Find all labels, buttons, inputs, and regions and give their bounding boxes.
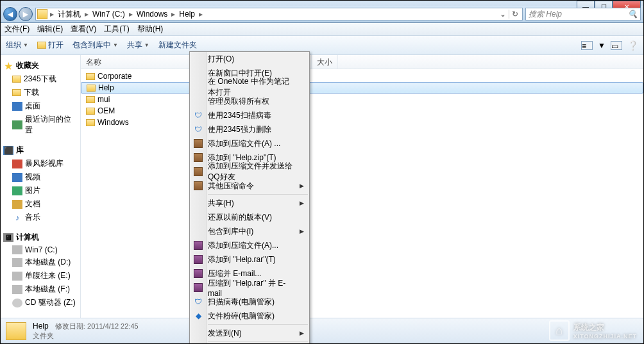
sidebar-item-drive-d[interactable]: 本地磁盘 (D:) bbox=[3, 256, 78, 269]
chevron-right-icon: ▶ bbox=[300, 183, 304, 189]
folder-icon bbox=[86, 119, 95, 126]
sidebar-item-drive-c[interactable]: Win7 (C:) bbox=[3, 244, 78, 256]
tool-include[interactable]: 包含到库中▼ bbox=[72, 40, 118, 51]
sidebar-item-cd[interactable]: CD 驱动器 (Z:) bbox=[3, 296, 78, 309]
sidebar-favorites[interactable]: ★收藏夹 bbox=[3, 59, 78, 72]
file-row[interactable]: Windows bbox=[81, 117, 643, 128]
sidebar-item-drive-f[interactable]: 本地磁盘 (F:) bbox=[3, 283, 78, 296]
rar-icon bbox=[192, 282, 204, 293]
menu-view[interactable]: 查看(V) bbox=[71, 24, 96, 35]
archive-icon bbox=[192, 166, 204, 177]
help-icon[interactable]: ❔ bbox=[627, 40, 638, 51]
file-row[interactable]: OEM bbox=[81, 105, 643, 117]
sidebar-computer[interactable]: 🖥计算机 bbox=[3, 231, 78, 244]
shield-icon: 🛡 bbox=[192, 124, 204, 135]
rar-icon bbox=[192, 268, 204, 279]
search-input[interactable]: 搜索 Help 🔍 bbox=[525, 8, 641, 20]
menu-tools[interactable]: 工具(T) bbox=[104, 24, 129, 35]
tool-share[interactable]: 共享▼ bbox=[127, 40, 149, 51]
crumb-computer[interactable]: 计算机 bbox=[55, 9, 83, 20]
folder-icon bbox=[87, 85, 96, 92]
crumb-windows[interactable]: Windows bbox=[134, 10, 171, 19]
sidebar-item-2345[interactable]: 2345下载 bbox=[3, 72, 78, 86]
folder-icon bbox=[12, 89, 21, 96]
drive-icon bbox=[12, 272, 22, 281]
sidebar-item-recent[interactable]: 最近访问的位置 bbox=[3, 113, 78, 137]
cm-include-lib[interactable]: 包含到库中(I)▶ bbox=[190, 224, 309, 238]
titlebar: ◄ ► ▸ 计算机 ▸ Win7 (C:) ▸ Windows ▸ Help ▸… bbox=[1, 6, 643, 23]
menu-help[interactable]: 帮助(H) bbox=[137, 24, 164, 35]
cm-open[interactable]: 打开(O) bbox=[190, 52, 309, 66]
tool-organize[interactable]: 组织▼ bbox=[6, 40, 28, 51]
menu-file[interactable]: 文件(F) bbox=[4, 24, 30, 35]
search-icon[interactable]: 🔍 bbox=[628, 10, 638, 19]
sidebar-item-desktop[interactable]: 桌面 bbox=[3, 99, 78, 113]
video-icon bbox=[12, 173, 22, 182]
tool-open[interactable]: 打开 bbox=[37, 40, 64, 51]
cm-onenote[interactable]: 在 OneNote 中作为笔记本打开 bbox=[190, 80, 309, 94]
menubar: 文件(F) 编辑(E) 查看(V) 工具(T) 帮助(H) bbox=[1, 23, 643, 36]
cm-admin-own[interactable]: 管理员取得所有权 bbox=[190, 94, 309, 108]
cm-rar-add[interactable]: 添加到压缩文件(A)... bbox=[190, 238, 309, 252]
chevron-right-icon[interactable]: ▸ bbox=[128, 10, 134, 19]
folder-icon bbox=[86, 96, 95, 103]
file-row[interactable]: Corporate bbox=[81, 70, 643, 82]
refresh-icon[interactable]: ↻ bbox=[509, 10, 521, 19]
cm-shred[interactable]: ◆文件粉碎(电脑管家) bbox=[190, 309, 309, 323]
chevron-right-icon[interactable]: ▸ bbox=[49, 10, 55, 19]
sidebar-item-drive-e[interactable]: 单腹往来 (E:) bbox=[3, 269, 78, 283]
cm-restore[interactable]: 还原以前的版本(V) bbox=[190, 210, 309, 224]
cm-other-archive[interactable]: 其他压缩命令▶ bbox=[190, 179, 309, 193]
chevron-right-icon: ▶ bbox=[300, 330, 304, 336]
dropdown-icon[interactable]: ⌄ bbox=[497, 10, 509, 19]
menu-edit[interactable]: 编辑(E) bbox=[37, 24, 63, 35]
cm-share[interactable]: 共享(H)▶ bbox=[190, 196, 309, 210]
cm-rar-email-help[interactable]: 压缩到 "Help.rar" 并 E-mail bbox=[190, 281, 309, 295]
column-size[interactable]: 大小 bbox=[312, 55, 338, 69]
cm-rar-add-help[interactable]: 添加到 "Help.rar"(T) bbox=[190, 252, 309, 266]
status-type: 文件夹 bbox=[33, 331, 139, 341]
shield-icon: 🛡 bbox=[192, 296, 204, 307]
file-row-selected[interactable]: Help bbox=[81, 82, 643, 94]
folder-icon bbox=[37, 42, 46, 49]
sidebar-item-downloads[interactable]: 下载 bbox=[3, 86, 78, 99]
column-name[interactable]: 名称 bbox=[81, 55, 190, 69]
preview-pane-icon[interactable]: ▭ bbox=[611, 41, 622, 50]
status-name: Help bbox=[33, 322, 49, 331]
status-date: 2011/4/12 22:45 bbox=[87, 322, 139, 330]
cm-scan-virus[interactable]: 🛡扫描病毒(电脑管家) bbox=[190, 295, 309, 309]
chevron-right-icon[interactable]: ▸ bbox=[170, 10, 176, 19]
cm-2345-delete[interactable]: 🛡使用2345强力删除 bbox=[190, 122, 309, 136]
library-icon: ⬛ bbox=[3, 146, 13, 155]
cm-sendto[interactable]: 发送到(N)▶ bbox=[190, 326, 309, 340]
sidebar-item-documents[interactable]: 文档 bbox=[3, 197, 78, 211]
chevron-down-icon[interactable]: ▼ bbox=[598, 41, 606, 50]
toolbar: 组织▼ 打开 包含到库中▼ 共享▼ 新建文件夹 ≡▼ ▭ ❔ bbox=[1, 36, 643, 55]
cm-add-archive[interactable]: 添加到压缩文件(A) ... bbox=[190, 136, 309, 151]
chevron-right-icon[interactable]: ▸ bbox=[198, 10, 204, 19]
drive-icon bbox=[12, 245, 22, 254]
crumb-drive[interactable]: Win7 (C:) bbox=[90, 10, 128, 19]
sidebar-item-videos[interactable]: 视频 bbox=[3, 170, 78, 184]
breadcrumb[interactable]: ▸ 计算机 ▸ Win7 (C:) ▸ Windows ▸ Help ▸ ⌄ ↻ bbox=[35, 8, 523, 20]
sidebar-libraries[interactable]: ⬛库 bbox=[3, 143, 78, 157]
sidebar-item-music[interactable]: ♪音乐 bbox=[3, 211, 78, 224]
crumb-help[interactable]: Help bbox=[176, 10, 198, 19]
house-icon: ⌂ bbox=[549, 320, 570, 341]
shield-icon: ◆ bbox=[192, 310, 204, 322]
view-options-icon[interactable]: ≡ bbox=[581, 41, 593, 50]
file-list: 名称 大小 Corporate Help mui OEM Windows bbox=[81, 55, 643, 324]
back-button[interactable]: ◄ bbox=[3, 7, 17, 21]
cd-icon bbox=[12, 299, 22, 307]
sidebar-item-videos-storm[interactable]: 暴风影视库 bbox=[3, 157, 78, 170]
cm-2345-scan[interactable]: 🛡使用2345扫描病毒 bbox=[190, 108, 309, 122]
folder-icon bbox=[86, 108, 95, 115]
chevron-right-icon[interactable]: ▸ bbox=[83, 10, 90, 19]
tool-newfolder[interactable]: 新建文件夹 bbox=[158, 40, 197, 51]
forward-button[interactable]: ► bbox=[19, 7, 33, 21]
file-row[interactable]: mui bbox=[81, 94, 643, 105]
cm-archive-qq[interactable]: 添加到压缩文件并发送给QQ好友 bbox=[190, 165, 309, 179]
sidebar-item-pictures[interactable]: 图片 bbox=[3, 184, 78, 197]
pictures-icon bbox=[12, 186, 22, 195]
drive-icon bbox=[12, 285, 22, 294]
